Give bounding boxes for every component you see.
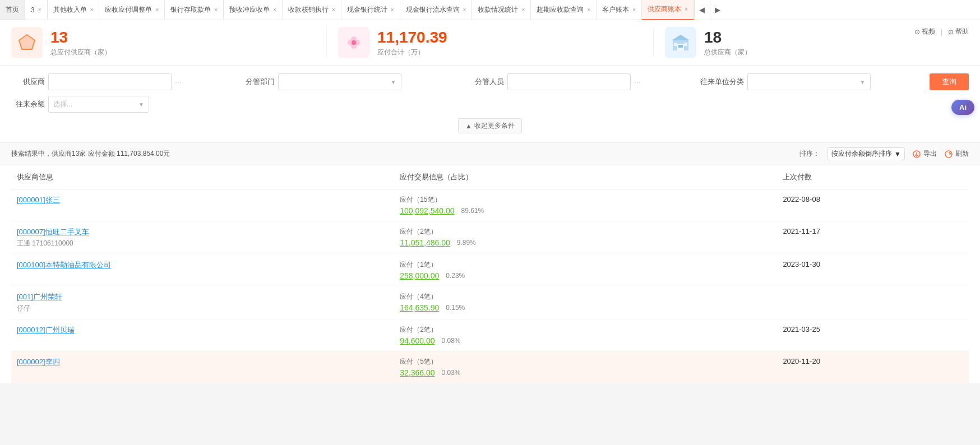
table-row: [000007]恒旺二手叉车王通 17106110000应付（2笔）11,051…: [11, 221, 969, 254]
filter-dept: 分管部门 ▼: [241, 73, 462, 90]
tx-amount-4[interactable]: 94,600.00: [400, 336, 434, 345]
export-button[interactable]: 导出: [913, 149, 937, 159]
tx-amount-3[interactable]: 164,635.90: [400, 303, 439, 312]
stat-icon-store: [665, 27, 696, 58]
stats-header: 13 总应付供应商（家） 11,170.39 应付合计（万）: [0, 20, 980, 66]
tx-cell-3: 应付（4笔）164,635.900.15%: [394, 286, 777, 319]
nav-tab-cash-stats-label: 现金银行统计: [347, 5, 387, 15]
tx-amount-5[interactable]: 32,366.00: [400, 368, 434, 377]
tx-cell-5: 应付（5笔）32,366.000.03%: [394, 351, 777, 383]
filter-person-label: 分管人员: [470, 77, 504, 87]
nav-tab-cash-stats[interactable]: 现金银行统计 ×: [341, 0, 400, 20]
nav-tab-bank-close[interactable]: ×: [214, 7, 218, 13]
nav-tab-adjust-label: 应收应付调整单: [105, 5, 152, 15]
nav-tab-verification-label: 收款核销执行: [288, 5, 329, 15]
nav-tab-supplier-ledger-close[interactable]: ×: [685, 6, 688, 12]
lastpay-cell-2: 2023-01-30: [777, 254, 969, 286]
nav-right-arrow[interactable]: ▶: [710, 0, 725, 20]
svg-rect-12: [674, 43, 677, 46]
tx-cell-2: 应付（1笔）258,000.000.23%: [394, 254, 777, 286]
nav-tab-bank[interactable]: 银行存取款单 ×: [165, 0, 224, 20]
tx-amount-1[interactable]: 11,051,486.00: [400, 238, 450, 247]
nav-tab-prepay[interactable]: 预收冲应收单 ×: [224, 0, 283, 20]
tx-amount-2[interactable]: 258,000.00: [400, 271, 439, 280]
nav-tab-3[interactable]: 3 ×: [25, 0, 48, 20]
supplier-link-4[interactable]: [000012]广州贝瑞: [17, 326, 75, 334]
balance-select[interactable]: 选择... ▼: [48, 96, 149, 113]
nav-tab-verification-close[interactable]: ×: [332, 7, 335, 13]
supplier-dots-icon[interactable]: ···: [175, 77, 182, 86]
main-content: 供应商信息 应付交易信息（占比） 上次付数 [000001]张三应付（15笔）1…: [0, 165, 980, 383]
nav-tab-adjust-close[interactable]: ×: [155, 7, 159, 13]
category-select[interactable]: ▼: [747, 73, 871, 90]
supplier-link-0[interactable]: [000001]张三: [17, 196, 60, 204]
result-actions: 排序： 按应付余额倒序排序 ▼ 导出 刷新: [799, 147, 969, 160]
supplier-link-2[interactable]: [000100]本特勒油品有限公司: [17, 261, 111, 269]
nav-tab-overdue[interactable]: 超期应收款查询 ×: [531, 0, 597, 20]
table-header: 供应商信息 应付交易信息（占比） 上次付数: [11, 165, 969, 189]
stat-block-payable-suppliers: 13 总应付供应商（家）: [11, 27, 315, 58]
nav-tab-home[interactable]: 首页: [0, 0, 25, 20]
lastpay-cell-3: [777, 286, 969, 319]
nav-tab-customer-ledger[interactable]: 客户账本 ×: [597, 0, 642, 20]
supplier-table: 供应商信息 应付交易信息（占比） 上次付数 [000001]张三应付（15笔）1…: [11, 165, 969, 383]
top-navigation: 首页 3 × 其他收入单 × 应收应付调整单 × 银行存取款单 × 预收冲应收单…: [0, 0, 980, 20]
supplier-cell-2: [000100]本特勒油品有限公司: [11, 254, 394, 286]
stat-label-total: 总供应商（家）: [704, 48, 751, 57]
supplier-cell-1: [000007]恒旺二手叉车王通 17106110000: [11, 221, 394, 254]
nav-left-arrow[interactable]: ◀: [694, 0, 710, 20]
col-header-lastpay: 上次付数: [777, 165, 969, 189]
tx-amount-0[interactable]: 100,092,540.00: [400, 206, 454, 215]
nav-tab-receipt-stats[interactable]: 收款情况统计 ×: [472, 0, 531, 20]
supplier-link-1[interactable]: [000007]恒旺二手叉车: [17, 228, 89, 236]
refresh-button[interactable]: 刷新: [945, 149, 969, 159]
tx-label-0: 应付（15笔）: [400, 195, 771, 205]
nav-tab-other-income-close[interactable]: ×: [90, 7, 94, 13]
video-link[interactable]: ⊙ 视频: [914, 27, 935, 36]
nav-tab-supplier-ledger[interactable]: 供应商账本 ×: [642, 0, 694, 20]
supplier-link-5[interactable]: [000002]李四: [17, 358, 60, 366]
svg-marker-2: [19, 38, 35, 49]
person-dots-icon[interactable]: ···: [634, 77, 641, 86]
nav-tab-3-close[interactable]: ×: [38, 7, 41, 13]
collapse-label: 收起更多条件: [474, 121, 515, 131]
nav-tab-cash-flow-close[interactable]: ×: [463, 7, 466, 13]
dept-select[interactable]: ▼: [278, 73, 401, 90]
supplier-input[interactable]: [48, 73, 172, 90]
nav-tab-cash-flow-label: 现金银行流水查询: [406, 5, 460, 15]
nav-tab-adjust[interactable]: 应收应付调整单 ×: [99, 0, 165, 20]
filter-category-label: 往来单位分类: [700, 77, 744, 87]
lastpay-cell-1: 2021-11-17: [777, 221, 969, 254]
tx-label-3: 应付（4笔）: [400, 292, 771, 302]
stat-block-total-payable: 11,170.39 应付合计（万）: [338, 27, 642, 58]
collapse-button[interactable]: ▲ 收起更多条件: [458, 118, 522, 133]
tx-label-5: 应付（5笔）: [400, 357, 771, 367]
collapse-icon: ▲: [465, 122, 472, 130]
sort-value: 按应付余额倒序排序: [831, 149, 892, 159]
help-link[interactable]: ⊙ 帮助: [948, 27, 969, 36]
tx-percent-0: 89.61%: [461, 207, 484, 215]
nav-tab-other-income-label: 其他收入单: [53, 5, 87, 15]
nav-tab-other-income[interactable]: 其他收入单 ×: [48, 0, 100, 20]
nav-tab-verification[interactable]: 收款核销执行 ×: [283, 0, 341, 20]
search-button[interactable]: 查询: [930, 73, 969, 90]
export-icon: [913, 150, 921, 158]
nav-tab-cash-stats-close[interactable]: ×: [391, 7, 394, 13]
stat-divider-2: [653, 29, 654, 57]
tx-cell-4: 应付（2笔）94,600.000.08%: [394, 319, 777, 351]
nav-tab-receipt-stats-label: 收款情况统计: [478, 5, 518, 15]
nav-tab-cash-flow[interactable]: 现金银行流水查询 ×: [400, 0, 473, 20]
sort-select[interactable]: 按应付余额倒序排序 ▼: [828, 147, 905, 160]
supplier-sub-3: 仔仔: [17, 304, 389, 313]
ai-button[interactable]: Ai: [951, 100, 974, 115]
tx-label-4: 应付（2笔）: [400, 325, 771, 335]
supplier-link-3[interactable]: [001]广州荣轩: [17, 293, 62, 301]
nav-tab-prepay-close[interactable]: ×: [273, 7, 276, 13]
filter-row-1: 供应商 ··· 分管部门 ▼ 分管人员 ··· 往来单位分类 ▼ 查询: [11, 73, 969, 90]
table-row: [000012]广州贝瑞应付（2笔）94,600.000.08%2021-03-…: [11, 319, 969, 351]
tx-cell-0: 应付（15笔）100,092,540.0089.61%: [394, 189, 777, 221]
nav-tab-overdue-close[interactable]: ×: [587, 7, 590, 13]
person-input[interactable]: [507, 73, 631, 90]
nav-tab-receipt-stats-close[interactable]: ×: [521, 7, 525, 13]
nav-tab-customer-ledger-close[interactable]: ×: [632, 7, 636, 13]
